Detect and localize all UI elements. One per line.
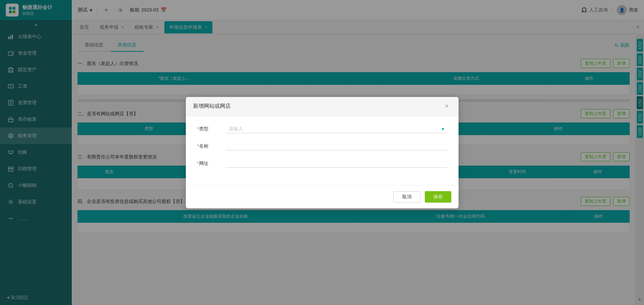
form-label-type: *类型 <box>197 126 226 132</box>
save-button[interactable]: 保存 <box>425 191 451 203</box>
dialog-title: 新增网站或网店 <box>193 103 231 110</box>
form-row-type: *类型 ▾ <box>197 125 447 133</box>
type-input[interactable] <box>226 125 447 133</box>
form-label-name: *名称 <box>197 143 226 149</box>
cancel-button[interactable]: 取消 <box>393 191 420 203</box>
dialog-footer: 取消 保存 <box>186 185 459 208</box>
form-label-url: *网址 <box>197 160 226 167</box>
name-input[interactable] <box>226 142 447 151</box>
form-wrap-url <box>226 159 447 168</box>
form-wrap-type: ▾ <box>226 125 447 133</box>
dialog-close-button[interactable]: × <box>443 102 451 111</box>
dialog-header: 新增网站或网店 × <box>186 97 459 116</box>
url-input[interactable] <box>226 159 447 168</box>
form-row-name: *名称 <box>197 142 447 151</box>
add-website-dialog: 新增网站或网店 × *类型 ▾ *名称 <box>186 97 459 208</box>
dialog-body: *类型 ▾ *名称 *网址 <box>186 116 459 185</box>
form-row-url: *网址 <box>197 159 447 168</box>
dialog-overlay[interactable]: 新增网站或网店 × *类型 ▾ *名称 <box>0 0 644 305</box>
form-wrap-name <box>226 142 447 151</box>
